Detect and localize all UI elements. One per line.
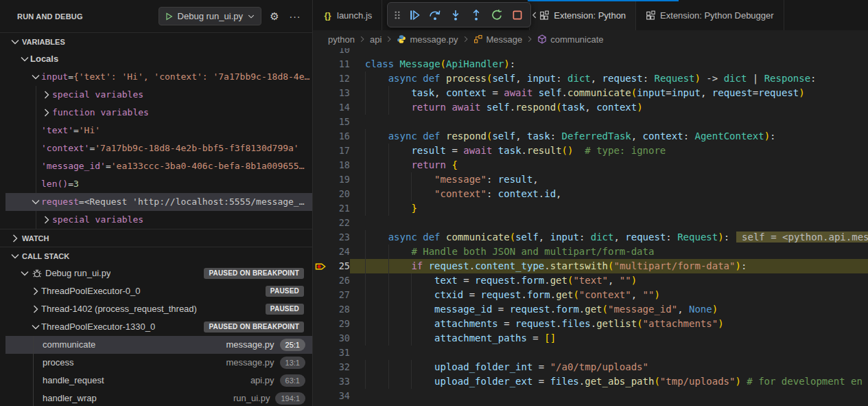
code-line-19[interactable]: 19"message": result, xyxy=(313,172,868,187)
code-text[interactable] xyxy=(350,216,365,230)
gripper-button[interactable] xyxy=(390,5,404,25)
code-line-20[interactable]: 20"context": context.id, xyxy=(313,187,868,201)
code-text[interactable]: message_id = request.form.get("message_i… xyxy=(350,302,718,317)
code-text[interactable]: } xyxy=(350,201,417,216)
code-text[interactable]: class Message(ApiHandler): xyxy=(350,57,515,71)
code-line-31[interactable]: 31 xyxy=(313,346,868,360)
code-text[interactable]: if request.content_type.startswith("mult… xyxy=(350,259,747,273)
breakpoint-gutter[interactable] xyxy=(313,374,329,389)
breakpoint-gutter[interactable] xyxy=(313,360,329,374)
code-line-21[interactable]: 21} xyxy=(313,201,868,216)
code-text[interactable]: ctxid = request.form.get("context", "") xyxy=(350,288,660,302)
code-text[interactable]: upload_folder_ext = files.get_abs_path("… xyxy=(350,374,863,389)
breakpoint-gutter[interactable] xyxy=(313,230,329,245)
code-line-34[interactable]: 34 xyxy=(313,389,868,403)
more-actions-icon[interactable]: ··· xyxy=(288,9,303,24)
code-line-14[interactable]: 14return await self.respond(task, contex… xyxy=(313,100,868,115)
code-text[interactable]: return { xyxy=(350,158,458,172)
breakpoint-gutter[interactable] xyxy=(313,317,329,331)
code-line-24[interactable]: 24# Handle both JSON and multipart/form-… xyxy=(313,245,868,259)
code-line-18[interactable]: 18return { xyxy=(313,158,868,172)
stop-button[interactable] xyxy=(507,5,528,25)
variable-row[interactable]: special variables xyxy=(0,86,312,104)
call-stack-frame[interactable]: processmessage.py13:1 xyxy=(0,354,312,372)
code-editor[interactable]: 1011class Message(ApiHandler):12async de… xyxy=(313,48,868,406)
code-text[interactable]: "context": context.id, xyxy=(350,187,562,201)
breakpoint-gutter[interactable] xyxy=(313,216,329,230)
call-stack-thread[interactable]: ThreadPoolExecutor-0_0PAUSED xyxy=(0,282,312,300)
call-stack-frame[interactable]: handler_wraprun_ui.py194:1 xyxy=(0,390,312,406)
code-text[interactable]: upload_folder_int = "/a0/tmp/uploads" xyxy=(350,360,648,374)
code-text[interactable]: attachments = request.files.getlist("att… xyxy=(350,317,724,331)
breakpoint-gutter[interactable] xyxy=(313,48,329,57)
breadcrumb-item[interactable]: python xyxy=(328,34,355,45)
breakpoint-gutter[interactable] xyxy=(313,389,329,403)
breakpoint-gutter[interactable] xyxy=(313,245,329,259)
code-text[interactable]: text = request.form.get("text", "") xyxy=(350,273,637,288)
chevron-left-icon[interactable] xyxy=(530,0,539,30)
breakpoint-gutter[interactable] xyxy=(313,302,329,317)
code-line-22[interactable]: 22 xyxy=(313,216,868,230)
code-text[interactable] xyxy=(350,115,365,129)
code-line-16[interactable]: 16async def respond(self, task: Deferred… xyxy=(313,129,868,144)
code-text[interactable]: result = await task.result() # type: ign… xyxy=(350,144,666,158)
breakpoint-gutter[interactable] xyxy=(313,115,329,129)
code-line-32[interactable]: 32upload_folder_int = "/a0/tmp/uploads" xyxy=(313,360,868,374)
code-line-12[interactable]: 12async def process(self, input: dict, r… xyxy=(313,71,868,86)
call-stack-frame[interactable]: communicatemessage.py25:1 xyxy=(0,336,312,354)
variable-row[interactable]: function variables xyxy=(0,104,312,122)
code-line-29[interactable]: 29attachments = request.files.getlist("a… xyxy=(313,317,868,331)
step-over-button[interactable] xyxy=(425,5,445,25)
breakpoint-gutter[interactable] xyxy=(313,86,329,100)
chevron-down-icon[interactable] xyxy=(19,268,30,279)
code-line-28[interactable]: 28message_id = request.form.get("message… xyxy=(313,302,868,317)
chevron-right-icon[interactable] xyxy=(30,286,41,297)
start-debugging-icon[interactable] xyxy=(164,12,174,21)
chevron-right-icon[interactable] xyxy=(41,214,52,225)
breadcrumb-item[interactable]: communicate xyxy=(537,34,603,45)
code-text[interactable]: task, context = await self.communicate(i… xyxy=(350,86,805,100)
variable-row[interactable]: special variables xyxy=(0,211,312,229)
breakpoint-gutter[interactable] xyxy=(313,187,329,201)
code-text[interactable] xyxy=(350,346,365,360)
code-text[interactable]: async def respond(self, task: DeferredTa… xyxy=(350,129,776,144)
code-line-23[interactable]: 23async def communicate(self, input: dic… xyxy=(313,230,868,245)
code-line-33[interactable]: 33upload_folder_ext = files.get_abs_path… xyxy=(313,374,868,389)
code-line-30[interactable]: 30attachment_paths = [] xyxy=(313,331,868,346)
code-text[interactable]: attachment_paths = [] xyxy=(350,331,556,346)
code-line-10[interactable]: 10 xyxy=(313,48,868,57)
watch-section-header[interactable]: WATCH xyxy=(0,229,312,247)
variable-row[interactable]: 'context' = '7a17bb9c-18d8-4e2b-bbf5-f3f… xyxy=(0,139,312,157)
restart-button[interactable] xyxy=(486,5,507,25)
variable-row[interactable]: input = {'text': 'Hi', 'context': '7a17b… xyxy=(0,68,312,86)
code-line-26[interactable]: 26text = request.form.get("text", "") xyxy=(313,273,868,288)
breakpoint-gutter[interactable] xyxy=(313,71,329,86)
code-text[interactable] xyxy=(350,48,365,57)
chevron-down-icon[interactable] xyxy=(30,322,41,332)
variable-row[interactable]: len() = 3 xyxy=(0,175,312,193)
variable-row[interactable]: 'text' = 'Hi' xyxy=(0,122,312,139)
code-line-13[interactable]: 13task, context = await self.communicate… xyxy=(313,86,868,100)
call-stack-section-header[interactable]: CALL STACK xyxy=(0,247,312,264)
chevron-down-icon[interactable] xyxy=(30,71,41,82)
code-text[interactable]: async def process(self, input: dict, req… xyxy=(350,71,817,86)
continue-button[interactable] xyxy=(404,5,425,25)
breakpoint-gutter[interactable] xyxy=(313,57,329,71)
gear-icon[interactable]: ⚙ xyxy=(267,9,282,24)
variable-row[interactable]: 'message_id' = 'ea133ccc-3ba0-406c-befa-… xyxy=(0,157,312,175)
code-line-27[interactable]: 27ctxid = request.form.get("context", ""… xyxy=(313,288,868,302)
variables-section-header[interactable]: VARIABLES xyxy=(0,32,312,50)
call-stack-frame[interactable]: handle_requestapi.py63:1 xyxy=(0,372,312,390)
breadcrumb-item[interactable]: Message xyxy=(473,34,523,45)
code-text[interactable]: # Handle both JSON and multipart/form-da… xyxy=(350,245,654,259)
breakpoint-gutter[interactable] xyxy=(313,259,329,273)
call-stack-session[interactable]: Debug run_ui.pyPAUSED ON BREAKPOINT xyxy=(0,264,312,282)
variable-row[interactable]: request = <Request 'http://localhost:555… xyxy=(0,193,312,211)
breakpoint-gutter[interactable] xyxy=(313,158,329,172)
step-out-button[interactable] xyxy=(466,5,486,25)
breadcrumb-item[interactable]: message.py xyxy=(397,34,458,45)
code-text[interactable]: async def communicate(self, input: dict,… xyxy=(350,230,868,245)
step-into-button[interactable] xyxy=(445,5,466,25)
code-text[interactable]: "message": result, xyxy=(350,172,539,187)
breakpoint-gutter[interactable] xyxy=(313,100,329,115)
